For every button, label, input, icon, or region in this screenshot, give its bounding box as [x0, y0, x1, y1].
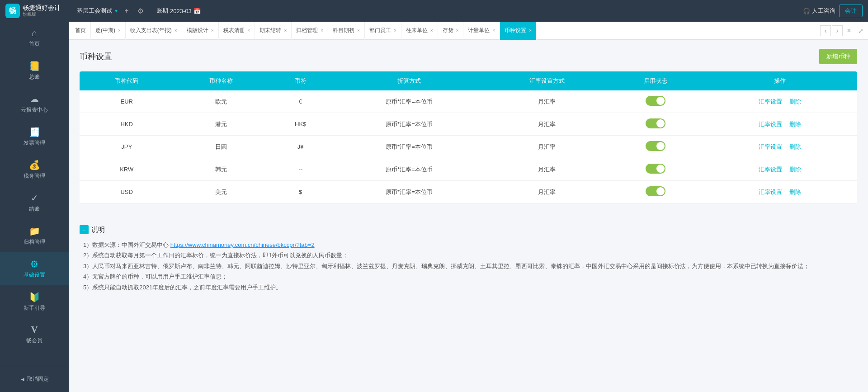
- cell-rate-type-2: 月汇率: [485, 136, 609, 158]
- tab-template-close[interactable]: ×: [211, 28, 214, 33]
- cell-rate-type-3: 月汇率: [485, 158, 609, 181]
- tab-template[interactable]: 模版设计 ×: [182, 22, 219, 40]
- tab-next-button[interactable]: ›: [832, 25, 843, 36]
- cell-calc-1: 原币*汇率=本位币: [333, 113, 486, 136]
- tab-period-end[interactable]: 期末结转 ×: [255, 22, 292, 40]
- user-role-button[interactable]: 会计: [839, 5, 863, 17]
- tab-unit-close[interactable]: ×: [492, 28, 495, 33]
- sidebar-item-settings[interactable]: ⚙ 基础设置: [0, 252, 69, 285]
- tab-tax-table-close[interactable]: ×: [248, 28, 250, 33]
- tab-archive-mgmt[interactable]: 归档管理 ×: [292, 22, 328, 40]
- cell-calc-0: 原币*汇率=本位币: [333, 90, 486, 113]
- rate-setting-link-0[interactable]: 汇率设置: [759, 98, 782, 105]
- notice-item: 3）人民币对马来西亚林吉特、俄罗斯卢布、南非兰特、韩元、阿联酋迪拉姆、沙特里亚尔…: [80, 261, 857, 271]
- tab-currency-close[interactable]: ×: [529, 28, 532, 33]
- tab-unit[interactable]: 计量单位 ×: [463, 22, 500, 40]
- sidebar-item-archive[interactable]: 📁 归档管理: [0, 219, 69, 252]
- tab-annual-report-close[interactable]: ×: [175, 28, 177, 33]
- tab-contact[interactable]: 往来单位 ×: [401, 22, 438, 40]
- period-selector[interactable]: 账期 2023-03 📅: [156, 7, 201, 15]
- notice-link[interactable]: https://www.chinamoney.com.cn/chinese/bk…: [170, 241, 315, 248]
- tab-unit-label: 计量单位: [468, 27, 490, 34]
- logo-icon: 畅: [5, 4, 20, 18]
- tab-dept-employee-label: 部门员工: [369, 27, 391, 34]
- delete-link-3[interactable]: 删除: [789, 166, 801, 173]
- tab-home[interactable]: 首页: [71, 22, 91, 40]
- tab-dept-employee[interactable]: 部门员工 ×: [365, 22, 401, 40]
- company-dropdown-arrow[interactable]: ▾: [115, 8, 118, 14]
- rate-setting-link-2[interactable]: 汇率设置: [759, 143, 782, 150]
- consult-button[interactable]: 🎧 人工咨询: [803, 7, 835, 15]
- cell-name-3: 韩元: [174, 158, 268, 181]
- delete-link-1[interactable]: 删除: [789, 121, 801, 128]
- sidebar-item-tax[interactable]: 💰 税务管理: [0, 153, 69, 186]
- sidebar-item-member[interactable]: V 畅会员: [0, 318, 69, 351]
- toggle-enabled-3[interactable]: [646, 164, 665, 174]
- tab-prev-button[interactable]: ‹: [820, 25, 831, 36]
- pin-sidebar-button[interactable]: ◄ 取消固定: [0, 372, 69, 387]
- col-status: 启用状态: [609, 71, 703, 90]
- tab-currency-label: 币种设置: [505, 27, 526, 34]
- add-company-button[interactable]: +: [121, 5, 132, 16]
- cell-status-1[interactable]: [609, 113, 703, 136]
- tab-tax-table[interactable]: 税表清册 ×: [219, 22, 255, 40]
- cell-rate-type-4: 月汇率: [485, 181, 609, 203]
- cell-code-0: EUR: [80, 90, 174, 113]
- tab-close-all-button[interactable]: ×: [844, 25, 854, 36]
- cell-name-1: 港元: [174, 113, 268, 136]
- page-header: 币种设置 新增币种: [80, 49, 857, 64]
- delete-link-2[interactable]: 删除: [789, 143, 801, 150]
- tab-mid-term[interactable]: 贬(中期) ×: [91, 22, 126, 40]
- tab-period-end-close[interactable]: ×: [284, 28, 287, 33]
- cell-status-3[interactable]: [609, 158, 703, 181]
- company-selector[interactable]: 基层工会测试 ▾: [77, 7, 118, 15]
- rate-setting-link-4[interactable]: 汇率设置: [759, 189, 782, 195]
- checkout-icon: ✓: [31, 193, 38, 203]
- cell-status-0[interactable]: [609, 90, 703, 113]
- calendar-icon[interactable]: 📅: [193, 8, 201, 14]
- tab-inventory[interactable]: 存货 ×: [438, 22, 464, 40]
- toggle-enabled-4[interactable]: [646, 186, 665, 196]
- tab-archive-mgmt-close[interactable]: ×: [321, 28, 323, 33]
- tab-subject-init-close[interactable]: ×: [357, 28, 360, 33]
- cell-name-4: 美元: [174, 181, 268, 203]
- delete-link-0[interactable]: 删除: [789, 98, 801, 105]
- tab-dept-employee-close[interactable]: ×: [394, 28, 396, 33]
- tab-inventory-close[interactable]: ×: [456, 28, 459, 33]
- sidebar-item-guide[interactable]: 🔰 新手引导: [0, 285, 69, 318]
- delete-link-4[interactable]: 删除: [789, 189, 801, 195]
- settings-icon: ⚙: [30, 259, 38, 269]
- sidebar-label-home: 首页: [29, 40, 40, 48]
- rate-setting-link-3[interactable]: 汇率设置: [759, 166, 782, 173]
- tab-annual-report[interactable]: 收入支出表(年报) ×: [126, 22, 182, 40]
- cell-rate-type-1: 月汇率: [485, 113, 609, 136]
- table-header: 币种代码 币种名称 币符 折算方式 汇率设置方式 启用状态 操作: [80, 71, 857, 90]
- toggle-enabled-1[interactable]: [646, 118, 665, 128]
- sidebar-item-ledger[interactable]: 📒 总账: [0, 54, 69, 87]
- logo: 畅 畅捷通好会计 旗舰版: [5, 4, 73, 18]
- toggle-enabled-0[interactable]: [646, 96, 665, 106]
- sidebar-item-reports[interactable]: ☁ 云报表中心: [0, 87, 69, 120]
- table-row: KRW 韩元 -- 原币*汇率=本位币 月汇率 汇率设置 删除: [80, 158, 857, 181]
- sidebar-item-home[interactable]: ⌂ 首页: [0, 22, 69, 54]
- settings-icon[interactable]: ⚙: [137, 7, 144, 15]
- tab-subject-init[interactable]: 科目期初 ×: [328, 22, 365, 40]
- tab-contact-close[interactable]: ×: [430, 28, 433, 33]
- logo-name: 畅捷通好会计: [23, 4, 61, 12]
- cell-status-4[interactable]: [609, 181, 703, 203]
- cell-status-2[interactable]: [609, 136, 703, 158]
- tab-currency[interactable]: 币种设置 ×: [500, 22, 537, 40]
- tab-subject-init-label: 科目期初: [333, 27, 354, 34]
- notice-item: 2）系统自动获取每月第一个工作日的汇率标价，统一为直接标价法，即1外币可以兑换的…: [80, 250, 857, 260]
- table-row: USD 美元 $ 原币*汇率=本位币 月汇率 汇率设置 删除: [80, 181, 857, 203]
- new-currency-button[interactable]: 新增币种: [819, 49, 857, 64]
- company-name: 基层工会测试: [77, 7, 112, 15]
- rate-setting-link-1[interactable]: 汇率设置: [759, 121, 782, 128]
- content-area: 首页 贬(中期) × 收入支出表(年报) × 模版设计 × 税表清册 ×: [69, 22, 868, 392]
- sidebar-item-checkout[interactable]: ✓ 结账: [0, 186, 69, 219]
- tab-expand-button[interactable]: ⤢: [855, 25, 866, 36]
- sidebar-label-reports: 云报表中心: [21, 106, 48, 114]
- sidebar-item-invoice[interactable]: 🧾 发票管理: [0, 120, 69, 153]
- toggle-enabled-2[interactable]: [646, 141, 665, 151]
- tab-mid-term-close[interactable]: ×: [118, 28, 121, 33]
